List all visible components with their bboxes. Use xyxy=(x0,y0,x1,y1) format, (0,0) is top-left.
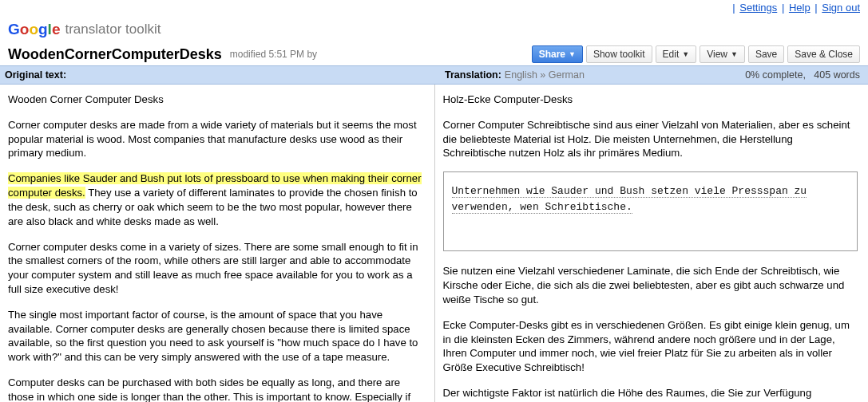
top-nav: | Settings | Help | Sign out xyxy=(0,0,868,16)
word-count: 405 words xyxy=(814,69,860,81)
google-logo: Google xyxy=(8,21,60,38)
edit-menu-button[interactable]: Edit▼ xyxy=(656,45,697,63)
target-title: Holz-Ecke Computer-Desks xyxy=(443,93,858,107)
original-text-header: Original text: xyxy=(0,69,440,81)
translation-editor[interactable]: Unternehmen wie Sauder und Bush setzen v… xyxy=(443,171,858,251)
translation-header-label: Translation: xyxy=(445,69,501,81)
source-paragraph: Corner computer desks are made from a wi… xyxy=(8,118,423,160)
target-pane[interactable]: Holz-Ecke Computer-Desks Corner Computer… xyxy=(435,85,869,402)
document-title: WoodenCornerComputerDesks xyxy=(8,46,222,63)
source-paragraph: Companies like Sauder and Bush put lots … xyxy=(8,171,423,228)
target-paragraph: Sie nutzen eine Vielzahl verschiedener L… xyxy=(443,264,858,306)
help-link[interactable]: Help xyxy=(789,2,811,14)
chevron-down-icon: ▼ xyxy=(682,50,689,58)
save-close-button[interactable]: Save & Close xyxy=(787,45,860,63)
completion-percent: 0% complete, xyxy=(745,69,806,81)
pane-header-bar: Original text: Translation: English » Ge… xyxy=(0,65,868,85)
chevron-down-icon: ▼ xyxy=(731,50,738,58)
save-button[interactable]: Save xyxy=(748,45,784,63)
source-pane[interactable]: Wooden Corner Computer Desks Corner comp… xyxy=(0,85,435,402)
target-paragraph: Ecke Computer-Desks gibt es in verschied… xyxy=(443,318,858,375)
toolbar: Share▼ Show toolkit Edit▼ View▼ Save Sav… xyxy=(532,45,860,63)
document-meta: modified 5:51 PM by xyxy=(230,49,317,60)
share-dropdown-icon: ▼ xyxy=(569,50,576,58)
source-paragraph: Computer desks can be purchased with bot… xyxy=(8,376,423,402)
settings-link[interactable]: Settings xyxy=(739,2,777,14)
signout-link[interactable]: Sign out xyxy=(822,2,860,14)
target-paragraph: Der wichtigste Faktor ist natürlich die … xyxy=(443,386,858,400)
share-button[interactable]: Share▼ xyxy=(532,45,583,63)
language-pair: English » German xyxy=(505,69,585,81)
source-title: Wooden Corner Computer Desks xyxy=(8,93,423,107)
app-title-row: Google translator toolkit xyxy=(0,16,868,43)
view-menu-button[interactable]: View▼ xyxy=(700,45,745,63)
target-paragraph: Corner Computer Schreibtische sind aus e… xyxy=(443,118,858,160)
app-subtitle: translator toolkit xyxy=(65,22,161,37)
document-bar: WoodenCornerComputerDesks modified 5:51 … xyxy=(0,43,868,65)
translation-stats: 0% complete, 405 words xyxy=(745,69,868,81)
source-paragraph: Corner computer desks come in a variety … xyxy=(8,240,423,297)
source-paragraph: The single most important factor of cour… xyxy=(8,308,423,365)
show-toolkit-button[interactable]: Show toolkit xyxy=(586,45,652,63)
